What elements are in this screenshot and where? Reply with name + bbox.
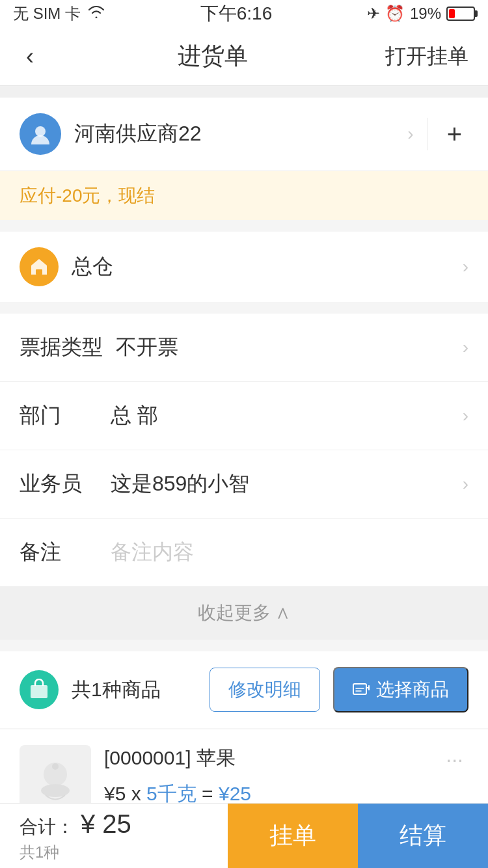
total-amount: ¥ 25	[81, 809, 131, 839]
status-time: 下午6:16	[200, 1, 273, 26]
equals-sign: =	[202, 783, 219, 804]
unit-price: ¥5	[104, 783, 126, 804]
bill-type-label: 票据类型	[20, 333, 103, 362]
warehouse-icon	[20, 247, 59, 286]
supplier-avatar	[20, 113, 61, 155]
product-total: ¥25	[219, 783, 251, 804]
status-right: ✈ ⏰ 19%	[367, 5, 475, 23]
collapse-toggle[interactable]: 收起更多 ∧	[0, 586, 488, 640]
salesperson-label: 业务员	[20, 470, 98, 498]
quantity: 5千克	[146, 783, 197, 804]
dept-label: 部门	[20, 401, 98, 430]
bill-type-row[interactable]: 票据类型 不开票 ›	[0, 314, 488, 382]
wifi-icon	[87, 5, 105, 23]
total-prefix: 合计：	[20, 815, 74, 839]
location-icon: ✈	[367, 5, 380, 23]
open-suspend-button[interactable]: 打开挂单	[385, 42, 468, 71]
svg-point-6	[52, 763, 59, 770]
total-sub: 共1种	[20, 842, 208, 863]
total-section: 合计： ¥ 25 共1种	[0, 804, 228, 868]
collapse-label: 收起更多 ∧	[198, 601, 291, 625]
svg-point-5	[41, 784, 70, 797]
svg-rect-3	[353, 684, 366, 694]
supplier-name: 河南供应商22	[74, 120, 407, 148]
product-more-button[interactable]: ···	[441, 745, 468, 774]
bottom-bar: 合计： ¥ 25 共1种 挂单 结算	[0, 803, 488, 868]
svg-rect-1	[36, 269, 42, 275]
supplier-arrow-icon: ›	[407, 124, 413, 144]
battery-percent: 19%	[410, 5, 441, 23]
goods-header: 共1种商品 修改明细 选择商品	[0, 651, 488, 728]
goods-icon	[20, 670, 59, 709]
product-display-name: 苹果	[197, 747, 236, 768]
alert-text: 应付-20元，现结	[20, 185, 155, 206]
select-goods-button[interactable]: 选择商品	[333, 667, 468, 712]
edit-detail-button[interactable]: 修改明细	[210, 668, 320, 712]
add-button[interactable]: +	[441, 120, 468, 149]
nav-bar: ‹ 进货单 打开挂单	[0, 27, 488, 86]
product-code: [0000001]	[104, 747, 197, 768]
dept-row[interactable]: 部门 总 部 ›	[0, 382, 488, 450]
alert-row: 应付-20元，现结	[0, 170, 488, 220]
select-goods-label: 选择商品	[376, 677, 449, 702]
remark-row[interactable]: 备注 备注内容	[0, 519, 488, 586]
carrier-label: 无 SIM 卡	[13, 3, 81, 24]
salesperson-value: 这是859的小智	[111, 470, 463, 498]
warehouse-name: 总仓	[72, 252, 463, 281]
page-title: 进货单	[178, 40, 248, 72]
status-bar: 无 SIM 卡 下午6:16 ✈ ⏰ 19%	[0, 0, 488, 27]
remark-input[interactable]: 备注内容	[111, 538, 468, 567]
top-divider	[0, 86, 488, 98]
dept-arrow-icon: ›	[463, 405, 468, 426]
product-name: [0000001] 苹果	[104, 745, 427, 772]
status-left: 无 SIM 卡	[13, 3, 105, 24]
svg-point-0	[35, 126, 46, 137]
remark-label: 备注	[20, 538, 98, 567]
product-info: [0000001] 苹果 ¥5 x 5千克 = ¥25	[104, 745, 427, 807]
back-button[interactable]: ‹	[20, 36, 40, 77]
salesperson-arrow-icon: ›	[463, 474, 468, 495]
suspend-button[interactable]: 挂单	[228, 804, 358, 868]
alarm-icon: ⏰	[385, 5, 405, 23]
supplier-divider	[427, 118, 427, 150]
goods-count: 共1种商品	[72, 677, 197, 703]
supplier-section: 河南供应商22 › + 应付-20元，现结	[0, 98, 488, 220]
form-section: 票据类型 不开票 › 部门 总 部 › 业务员 这是859的小智 › 备注 备注…	[0, 314, 488, 586]
salesperson-row[interactable]: 业务员 这是859的小智 ›	[0, 450, 488, 519]
settle-button[interactable]: 结算	[358, 804, 488, 868]
dept-value: 总 部	[111, 401, 463, 430]
multiply-sign: x	[131, 783, 146, 804]
bill-type-arrow-icon: ›	[463, 337, 468, 358]
battery-icon	[446, 7, 475, 21]
warehouse-arrow-icon: ›	[463, 256, 468, 277]
supplier-row[interactable]: 河南供应商22 › +	[0, 98, 488, 170]
total-label: 合计： ¥ 25	[20, 809, 208, 839]
warehouse-section[interactable]: 总仓 ›	[0, 232, 488, 302]
svg-rect-2	[31, 685, 47, 698]
bill-type-value: 不开票	[116, 333, 463, 362]
